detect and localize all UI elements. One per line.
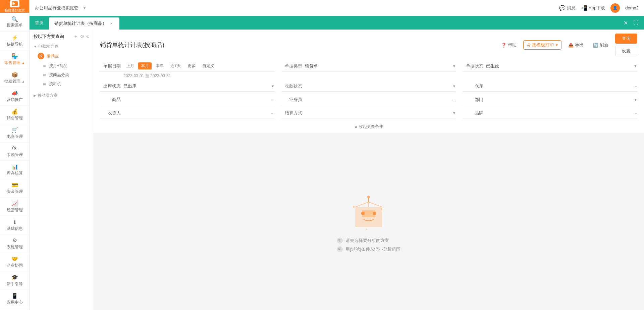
receiver-label: 收货人: [100, 110, 123, 116]
collapse-panel-icon[interactable]: «: [86, 34, 89, 40]
right-panel: 销货单统计计表(按商品) ❓ 帮助 🖨 按模板打印 ▼ 📤: [93, 30, 644, 310]
help-button[interactable]: ❓ 帮助: [498, 41, 519, 49]
refresh-button[interactable]: 🔄 刷新: [590, 41, 611, 49]
scheme-sub-item-goods-category[interactable]: ⊞ 按商品分类: [30, 70, 93, 80]
goods-dots-icon[interactable]: ···: [271, 97, 275, 102]
out-status-value[interactable]: 已出库 ▼: [123, 83, 275, 89]
filter-row-1: 单据日期 上月 本月 本年 近7天 更多 自定义: [100, 60, 637, 72]
tab-close-window-icon[interactable]: ✕: [622, 18, 629, 28]
doc-type-value[interactable]: 销货单 ▼: [305, 63, 456, 69]
goods-value[interactable]: ···: [123, 97, 275, 102]
tabbar: 首页 销货单统计计表（按商品） × ✕ ⛶: [30, 16, 644, 30]
scheme-group-mobile-header[interactable]: ▶ 移动端方案: [30, 91, 93, 100]
messages-button[interactable]: 💬 消息: [559, 5, 576, 11]
scheme-sub-item-driver[interactable]: ⊞ 按司机: [30, 80, 93, 89]
filter-doc-type: 单据类型 销货单 ▼: [281, 60, 456, 72]
app-download-label: App下载: [589, 5, 605, 11]
template-print-button[interactable]: 🖨 按模板打印 ▼: [523, 40, 561, 50]
settings-button[interactable]: 设置: [615, 46, 637, 56]
warehouse-dots-icon[interactable]: ···: [633, 84, 637, 89]
date-btn-custom[interactable]: 自定义: [200, 62, 217, 69]
sidebar-item-guide[interactable]: 🎓 新手引导: [0, 271, 29, 290]
empty-state: ✦ ✦ ✦ ① 请先选择要分析的方案 ② 用[过滤]条件来缩小分析范围: [93, 134, 644, 310]
doc-type-arrow-icon: ▼: [452, 64, 456, 68]
filter-date: 单据日期 上月 本月 本年 近7天 更多 自定义: [100, 60, 275, 72]
brand-dots-icon[interactable]: ···: [633, 110, 637, 116]
dept-value[interactable]: ▼: [486, 98, 637, 102]
add-scheme-icon[interactable]: ＋: [73, 34, 78, 40]
date-btn-more[interactable]: 更多: [185, 62, 198, 69]
warehouse-value[interactable]: ···: [486, 84, 637, 89]
scheme-sub-label-driver: 按司机: [49, 81, 61, 87]
sidebar-item-quicknav[interactable]: ⚡ 快捷导航: [0, 32, 29, 50]
doc-status-text: 已生效: [486, 63, 499, 69]
sidebar-item-retail[interactable]: 🏪 零售管理 ▲: [0, 50, 29, 69]
svg-text:✦: ✦: [365, 227, 368, 231]
user-name[interactable]: demo2: [625, 5, 639, 10]
receiver-value[interactable]: ···: [123, 110, 275, 116]
salesperson-dots-icon[interactable]: ···: [452, 97, 456, 102]
settlement-value[interactable]: ▼: [305, 111, 456, 115]
sub-icon-driver: ⊞: [42, 82, 47, 87]
date-btn-this-year[interactable]: 本年: [153, 62, 166, 69]
collapse-row: ∧ 收起更多条件: [100, 121, 637, 134]
sidebar-item-basic[interactable]: ℹ 基础信息: [0, 216, 29, 235]
query-button[interactable]: 查询: [615, 34, 637, 44]
filter-collect-status: 收款状态 ▼: [281, 81, 456, 92]
scheme-sub-item-month-goods[interactable]: ⊞ 按月+商品: [30, 61, 93, 70]
collapse-more-button[interactable]: ∧ 收起更多条件: [355, 124, 383, 130]
app-logo[interactable]: 畅捷通好生意: [0, 0, 29, 13]
export-button[interactable]: 📤 导出: [566, 41, 586, 49]
dept-arrow-icon: ▼: [634, 98, 637, 102]
doc-type-label: 单据类型: [281, 63, 305, 69]
settlement-arrow-icon: ▼: [452, 111, 456, 115]
print-arrow-icon: ▼: [555, 43, 558, 47]
search-menu-item[interactable]: 🔍 搜索菜单: [0, 13, 29, 32]
collect-status-value[interactable]: ▼: [305, 84, 456, 88]
query-btn-group: 查询 设置: [615, 34, 637, 56]
sidebar-item-wholesale[interactable]: 📦 批发管理 ▲: [0, 69, 29, 87]
scheme-group-pc-header[interactable]: ▼ 电脑端方案: [30, 42, 93, 51]
scheme-item-by-goods[interactable]: 按 按商品: [30, 51, 93, 61]
retail-label: 零售管理: [4, 60, 20, 65]
date-btn-last-month[interactable]: 上月: [123, 62, 137, 69]
app-download-button[interactable]: 📲 App下载: [581, 5, 605, 11]
tab-active[interactable]: 销货单统计计表（按商品） ×: [49, 17, 119, 30]
template-print-label: 按模板打印: [532, 42, 554, 48]
goods-label: 商品: [100, 97, 123, 103]
tab-home[interactable]: 首页: [30, 16, 49, 30]
tab-close-icon[interactable]: ×: [109, 21, 114, 26]
sidebar-item-system[interactable]: ⚙ 系统管理: [0, 235, 29, 253]
settings-scheme-icon[interactable]: ⊙: [80, 34, 84, 40]
receiver-dots-icon[interactable]: ···: [271, 110, 275, 116]
salesperson-value[interactable]: ···: [305, 97, 456, 102]
user-avatar[interactable]: 👤: [610, 3, 620, 13]
tab-home-label: 首页: [35, 20, 44, 26]
sidebar-item-purchase[interactable]: 🛍 采购管理: [0, 143, 29, 161]
tab-maximize-icon[interactable]: ⛶: [632, 18, 640, 27]
sidebar-item-ecommerce[interactable]: 🛒 电商管理: [0, 124, 29, 143]
sidebar-item-wechat[interactable]: 💬 企业微信: [0, 308, 29, 310]
sidebar-item-enterprise[interactable]: 🤝 企业协同: [0, 253, 29, 271]
doc-type-text: 销货单: [305, 63, 318, 69]
sidebar-item-appstore[interactable]: 📱 应用中心: [0, 290, 29, 308]
brand-value[interactable]: ···: [486, 110, 637, 116]
topbar-actions: 💬 消息 📲 App下载 👤 demo2: [559, 3, 639, 13]
pc-group-arrow: ▼: [34, 45, 37, 48]
scheme-group-pc: ▼ 电脑端方案 按 按商品 ⊞ 按月+商品 ⊞ 按商品分类 ⊞ 按司机: [30, 42, 93, 91]
doc-status-value[interactable]: 已生效 ▼: [486, 63, 637, 69]
basic-icon: ℹ: [1, 219, 28, 225]
date-btn-7days[interactable]: 近7天: [168, 62, 183, 69]
sales-label: 销售管理: [7, 116, 23, 120]
sidebar-item-sales[interactable]: 💰 销售管理: [0, 106, 29, 124]
tabbar-right: ✕ ⛶: [618, 16, 644, 30]
sidebar-item-operations[interactable]: 📈 经营管理: [0, 198, 29, 216]
sidebar-item-inventory[interactable]: 📊 库存核算: [0, 161, 29, 179]
svg-rect-1: [12, 2, 14, 3]
warehouse-label: 仓库: [463, 83, 486, 89]
sidebar-item-finance[interactable]: 💳 资金管理: [0, 179, 29, 198]
date-btn-this-month[interactable]: 本月: [138, 62, 152, 69]
tab-active-label: 销货单统计计表（按商品）: [54, 20, 107, 27]
pc-group-label: 电脑端方案: [38, 44, 58, 49]
sidebar-item-marketing[interactable]: 📣 营销推广: [0, 87, 29, 106]
